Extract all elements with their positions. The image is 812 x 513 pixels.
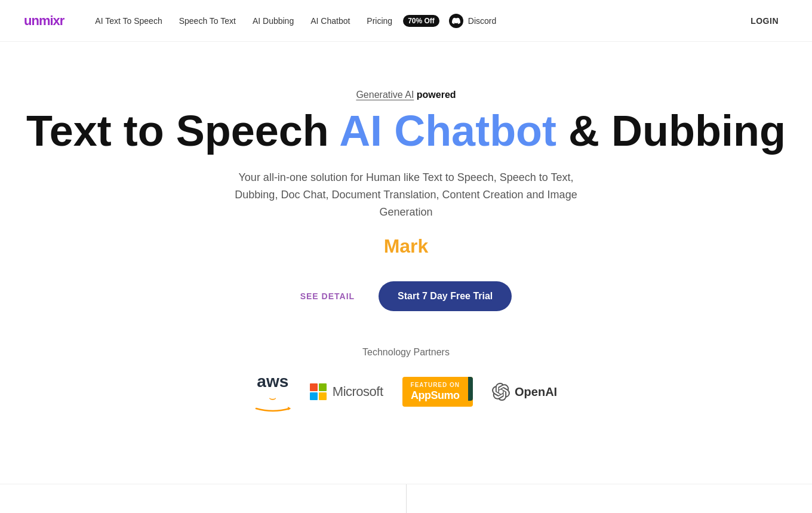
appsumo-name-text: AppSumo [411,389,460,402]
microsoft-text: Microsoft [333,384,383,400]
partners-logos: aws ⌣ Microsoft FEA [255,372,557,412]
appsumo-flag [468,377,473,401]
stats-section: +50,000 👥 Active Users +500,000 ♪ Audio … [0,484,812,513]
ms-yellow-square [319,392,327,400]
aws-text: aws [257,372,288,391]
login-button[interactable]: LOGIN [741,11,788,30]
aws-arrow-icon: ⌣ [269,391,276,405]
aws-arrow-svg [255,405,291,412]
aws-partner: aws ⌣ [255,372,291,412]
ms-red-square [310,383,318,391]
nav-discord[interactable]: Discord [442,9,503,33]
ms-logo-grid [310,383,327,400]
nav-links: AI Text To Speech Speech To Text AI Dubb… [88,9,722,33]
tech-partners: Technology Partners aws ⌣ Micros [255,347,557,412]
nav-ai-text-to-speech[interactable]: AI Text To Speech [88,11,169,30]
openai-text: OpenAI [515,385,557,399]
trial-button[interactable]: Start 7 Day Free Trial [379,281,512,311]
hero-section: Generative AI powered Text to Speech AI … [0,42,812,484]
openai-icon [492,383,510,401]
appsumo-partner: FEATURED ON AppSumo [402,377,473,407]
nav-speech-to-text[interactable]: Speech To Text [172,11,243,30]
pricing-badge: 70% Off [403,15,439,27]
discord-icon [449,14,463,28]
hero-title: Text to Speech AI Chatbot & Dubbing [26,107,786,155]
see-detail-button[interactable]: SEE DETAIL [300,291,355,301]
ms-green-square [319,383,327,391]
discord-label: Discord [468,16,496,26]
stat-audio-number: +500,000 [460,508,590,513]
navbar: unmixr AI Text To Speech Speech To Text … [0,0,812,42]
stat-users-number: +50,000 [230,508,343,513]
stat-audio-generated: +500,000 ♪ Audio Generated [406,484,645,513]
appsumo-featured-text: FEATURED ON [411,382,460,388]
stat-active-users: +50,000 👥 Active Users [167,484,406,513]
hero-subtitle-top: Generative AI powered [356,90,456,100]
pricing-wrap[interactable]: Pricing 70% Off [359,11,439,30]
nav-ai-chatbot[interactable]: AI Chatbot [303,11,357,30]
nav-pricing: Pricing [359,11,399,30]
svg-marker-0 [288,407,291,410]
hero-actions: SEE DETAIL Start 7 Day Free Trial [300,281,512,311]
hero-title-accent: AI Chatbot [339,107,556,155]
brand-logo[interactable]: unmixr [24,13,64,29]
hero-description: Your all-in-one solution for Human like … [227,169,585,220]
microsoft-partner: Microsoft [310,383,383,400]
nav-ai-dubbing[interactable]: AI Dubbing [245,11,301,30]
tech-partners-title: Technology Partners [362,347,450,358]
appsumo-badge-inner: FEATURED ON AppSumo [411,382,460,402]
hero-username: Mark [384,235,429,257]
hero-title-part1: Text to Speech [26,107,339,155]
openai-partner: OpenAI [492,383,557,401]
hero-title-part2: & Dubbing [556,107,786,155]
hero-subtitle-powered: powered [414,90,456,100]
hero-subtitle-underline: Generative AI [356,90,414,100]
ms-blue-square [310,392,318,400]
